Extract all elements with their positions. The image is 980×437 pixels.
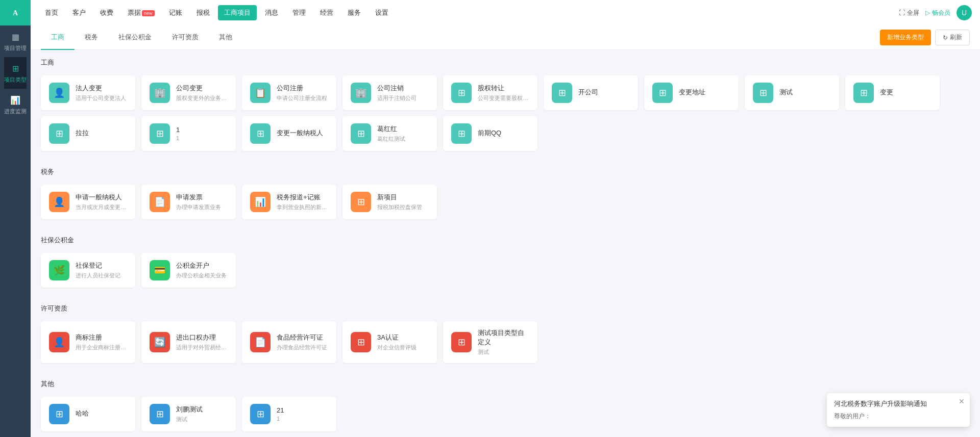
subtab-license[interactable]: 许可资质 (162, 25, 209, 50)
card-desc-company-cancel: 适用于注销公司 (377, 94, 429, 102)
sidebar-item-project-manage[interactable]: ▦ 项目管理 (4, 25, 27, 57)
card-icon-liupeng-test: ⊞ (150, 404, 170, 424)
card-name-company-change: 公司变更 (176, 84, 228, 93)
subtab-other[interactable]: 其他 (209, 25, 242, 50)
card-icon-equity-transfer: ⊞ (451, 83, 472, 103)
member-btn[interactable]: ▷ 畅会员 (925, 9, 950, 17)
svg-text:A: A (13, 9, 18, 17)
card-desc-company-change: 股权变更外的业务变更 (176, 94, 228, 102)
cards-grid-industrial: 👤法人变更适用于公司变更法人🏢公司变更股权变更外的业务变更📋公司注册申请公司注册… (31, 75, 980, 159)
card-change[interactable]: ⊞变更 (845, 75, 940, 110)
card-apply-tax[interactable]: 👤申请一般纳税人当月或次月成变更完成 (41, 185, 135, 219)
card-fund-open[interactable]: 💳公积金开户办理公积金相关业务 (141, 253, 236, 288)
topnav-item-tax[interactable]: 报税 (190, 5, 216, 20)
topnav-item-settings[interactable]: 设置 (369, 5, 395, 20)
card-info-new-project: 新项目报税加税控盘保管 (377, 193, 429, 211)
topnav-item-ticket[interactable]: 票据new (121, 5, 161, 20)
card-desc-num1: 1 (176, 135, 228, 141)
notification-text: 尊敬的用户： (834, 412, 963, 421)
topnav-item-accounting[interactable]: 记账 (163, 5, 188, 20)
card-equity-transfer[interactable]: ⊞股权转让公司变更需要股权转让 (443, 75, 537, 110)
topnav-item-home[interactable]: 首页 (39, 5, 64, 20)
card-social-register[interactable]: 🌿社保登记进行人员社保登记 (41, 253, 135, 288)
card-num21[interactable]: ⊞211 (242, 397, 336, 431)
card-num1[interactable]: ⊞11 (141, 116, 236, 151)
card-mahonghong[interactable]: ⊞葛红红葛红红测试 (342, 116, 437, 151)
card-tax-report[interactable]: 📊税务报道+记账拿到营业执照的新公司 (242, 185, 336, 219)
app-logo: A (0, 0, 31, 25)
subtab-tax[interactable]: 税务 (75, 25, 108, 50)
card-3a-cert[interactable]: ⊞3A认证对企业信誉评级 (342, 321, 437, 363)
card-company-register[interactable]: 📋公司注册申请公司注册全流程 (242, 75, 336, 110)
topnav-item-fee[interactable]: 收费 (94, 5, 119, 20)
subtab-right: 新增业务类型 ↻ 刷新 (880, 30, 970, 45)
fullscreen-label: 全屏 (907, 9, 919, 17)
cards-grid-social: 🌿社保登记进行人员社保登记💳公积金开户办理公积金相关业务 (31, 253, 980, 296)
card-new-project[interactable]: ⊞新项目报税加税控盘保管 (342, 185, 437, 219)
sidebar-item-progress-monitor[interactable]: 📊 进度监测 (4, 89, 27, 120)
card-desc-fund-open: 办理公积金相关业务 (176, 272, 228, 279)
refresh-button[interactable]: ↻ 刷新 (935, 30, 970, 45)
card-name-tax-report: 税务报道+记账 (277, 193, 328, 202)
notification-close-btn[interactable]: ✕ (959, 397, 965, 405)
card-desc-test-project: 测试 (478, 348, 529, 356)
card-name-food-permit: 食品经营许可证 (277, 333, 328, 342)
card-haha[interactable]: ⊞哈哈 (41, 397, 135, 431)
card-info-lala: 拉拉 (76, 128, 127, 139)
section-tax: 税务👤申请一般纳税人当月或次月成变更完成📄申请发票办理申请发票业务📊税务报道+记… (31, 159, 980, 227)
card-desc-tax-report: 拿到营业执照的新公司 (277, 203, 328, 211)
card-company-change[interactable]: 🏢公司变更股权变更外的业务变更 (141, 75, 236, 110)
sidebar-icon-progress-monitor: 📊 (9, 94, 21, 106)
card-lala[interactable]: ⊞拉拉 (41, 116, 135, 151)
card-import-export[interactable]: 🔄进出口权办理适用于对外贸易经营者 (141, 321, 236, 363)
topnav-item-operation[interactable]: 经营 (314, 5, 339, 20)
card-name-num21: 21 (277, 406, 328, 414)
card-open-company[interactable]: ⊞开公司 (544, 75, 638, 110)
subtab-social[interactable]: 社保公积金 (108, 25, 162, 50)
card-test-project[interactable]: ⊞测试项目类型自定义测试 (443, 321, 537, 363)
card-apply-invoice[interactable]: 📄申请发票办理申请发票业务 (141, 185, 236, 219)
topnav-item-client[interactable]: 客户 (66, 5, 92, 20)
cards-grid-tax: 👤申请一般纳税人当月或次月成变更完成📄申请发票办理申请发票业务📊税务报道+记账拿… (31, 185, 980, 227)
card-icon-social-register: 🌿 (49, 260, 69, 280)
card-icon-change-address: ⊞ (652, 83, 673, 103)
card-icon-qianqi-qq: ⊞ (451, 123, 472, 144)
content-area: 工商税务社保公积金许可资质其他 新增业务类型 ↻ 刷新 工商👤法人变更适用于公司… (31, 25, 980, 437)
card-change-tax[interactable]: ⊞变更一般纳税人 (242, 116, 336, 151)
user-avatar[interactable]: U (957, 5, 972, 20)
card-name-change: 变更 (880, 88, 932, 97)
card-icon-num1: ⊞ (150, 123, 170, 144)
topnav-item-service[interactable]: 服务 (341, 5, 367, 20)
topnav-item-manage[interactable]: 管理 (286, 5, 312, 20)
card-desc-company-register: 申请公司注册全流程 (277, 94, 328, 102)
card-company-cancel[interactable]: 🏢公司注销适用于注销公司 (342, 75, 437, 110)
member-icon: ▷ (925, 9, 930, 16)
card-trademark[interactable]: 👤商标注册用于企业商标注册服务 (41, 321, 135, 363)
card-food-permit[interactable]: 📄食品经营许可证办理食品经营许可证 (242, 321, 336, 363)
subtab-industrial[interactable]: 工商 (41, 25, 75, 50)
card-change-address[interactable]: ⊞变更地址 (644, 75, 739, 110)
topnav-right: ⛶ 全屏 ▷ 畅会员 U (899, 5, 972, 20)
card-icon-mahonghong: ⊞ (351, 123, 371, 144)
sidebar-item-project-type[interactable]: ⊞ 项目类型 (4, 57, 27, 89)
card-icon-open-company: ⊞ (552, 83, 572, 103)
card-info-test-project: 测试项目类型自定义测试 (478, 328, 529, 356)
card-name-haha: 哈哈 (76, 409, 127, 418)
card-name-company-cancel: 公司注销 (377, 84, 429, 93)
card-desc-num21: 1 (277, 416, 328, 422)
card-test[interactable]: ⊞测试 (745, 75, 839, 110)
card-icon-fund-open: 💳 (150, 260, 170, 280)
card-liupeng-test[interactable]: ⊞刘鹏测试测试 (141, 397, 236, 431)
fullscreen-btn[interactable]: ⛶ 全屏 (899, 9, 919, 17)
add-type-button[interactable]: 新增业务类型 (880, 30, 931, 45)
notification-title: 河北税务数字账户升级影响通知 (834, 399, 963, 408)
card-qianqi-qq[interactable]: ⊞前期QQ (443, 116, 537, 151)
card-legal-change[interactable]: 👤法人变更适用于公司变更法人 (41, 75, 135, 110)
sidebar-label-progress-monitor: 进度监测 (4, 108, 27, 115)
main-area: 首页客户收费票据new记账报税工商项目消息管理经营服务设置 ⛶ 全屏 ▷ 畅会员… (31, 0, 980, 437)
card-info-mahonghong: 葛红红葛红红测试 (377, 124, 429, 143)
topnav-item-industrial[interactable]: 工商项目 (218, 5, 257, 20)
topnav-item-message[interactable]: 消息 (259, 5, 284, 20)
card-name-open-company: 开公司 (578, 88, 630, 97)
sidebar-label-project-type: 项目类型 (4, 76, 27, 84)
